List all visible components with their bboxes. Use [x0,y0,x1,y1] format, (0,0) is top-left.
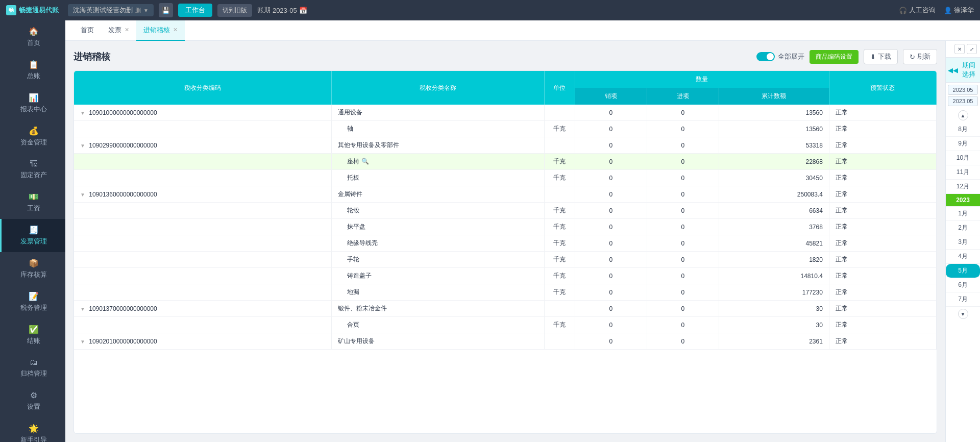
refresh-button[interactable]: ↻ 刷新 [903,49,937,64]
th-unit: 单位 [544,71,575,105]
row-alert-9: 正常 [829,252,936,268]
company-name: 沈海英测试经营勿删 [73,6,133,15]
company-delete-icon[interactable]: 删 [135,7,141,14]
sidebar-item-guide[interactable]: 🌟 新手引导 [0,418,65,442]
close-panel-button[interactable]: ✕ [954,44,965,54]
row-purchase-0: 0 [647,105,719,121]
period-nav-up: ▲ [946,108,980,122]
row-total-10: 14810.4 [719,268,829,284]
tab-invoices[interactable]: 发票 ✕ [101,20,136,41]
period-month-9[interactable]: 9月 [946,137,980,151]
inventory-icon: 📦 [29,258,39,268]
row-code-1 [74,121,331,137]
period-top-row-1[interactable]: 2023.05 [948,85,978,95]
sidebar-item-inventory[interactable]: 📦 库存核算 [0,252,65,285]
row-code-9 [74,252,331,268]
period-up-button[interactable]: ▲ [958,110,968,120]
save-icon: 💾 [162,7,170,14]
sidebar-item-settlement-label: 结账 [27,336,40,346]
company-dropdown-icon[interactable]: ▼ [143,8,149,13]
user-profile[interactable]: 👤 徐泽华 [944,6,974,15]
sidebar-item-settings-label: 设置 [27,402,40,411]
row-sales-12: 0 [575,301,647,317]
row-total-4: 30450 [719,170,829,186]
collapse-icon-5[interactable]: ▼ [80,192,85,198]
header-actions: 全部展开 商品编码设置 ⬇ 下载 ↻ 刷新 [756,49,937,64]
row-unit-0 [544,105,575,121]
toggle-track[interactable] [756,52,775,61]
sidebar-item-tax[interactable]: 📝 税务管理 [0,285,65,318]
period-year-section: ▲ 8月 9月 10月 11月 12月 2023 1月 2月 3月 4月 5月 … [946,108,980,442]
company-selector[interactable]: 沈海英测试经营勿删 删 ▼ [68,4,154,16]
row-code-6 [74,203,331,219]
tab-invoices-close[interactable]: ✕ [125,27,129,33]
collapse-icon-0[interactable]: ▼ [80,110,85,116]
sidebar-item-home[interactable]: 🏠 首页 [0,20,65,54]
product-code-settings-button[interactable]: 商品编码设置 [810,50,859,64]
period-month-10[interactable]: 10月 [946,151,980,165]
row-purchase-4: 0 [647,170,719,186]
row-total-7: 3768 [719,219,829,235]
collapse-icon-12[interactable]: ▼ [80,306,85,312]
sidebar: 🏠 首页 📋 总账 📊 报表中心 💰 资金管理 🏗 固定资产 💵 工资 🧾 发票… [0,20,65,442]
expand-panel-button[interactable]: ⤢ [967,44,977,54]
period-month-6[interactable]: 6月 [946,278,980,292]
period-month-1[interactable]: 1月 [946,207,980,221]
sidebar-item-invoices[interactable]: 🧾 发票管理 [0,219,65,252]
row-total-12: 30 [719,301,829,317]
sidebar-item-payroll-label: 工资 [27,204,40,213]
period-month-5[interactable]: 5月 [946,264,980,278]
period-month-8[interactable]: 8月 [946,122,980,137]
period-top-row-2[interactable]: 2023.05 [948,96,978,106]
row-sales-7: 0 [575,219,647,235]
period-label: 账期 [257,6,271,15]
sidebar-item-settlement[interactable]: ✅ 结账 [0,318,65,352]
collapse-icon-2[interactable]: ▼ [80,143,85,149]
row-sales-13: 0 [575,317,647,333]
period-value: 2023-05 [273,7,297,14]
tab-home-label: 首页 [81,26,94,35]
save-button[interactable]: 💾 [159,3,173,17]
sidebar-item-funds[interactable]: 💰 资金管理 [0,120,65,153]
row-total-0: 13560 [719,105,829,121]
period-month-7[interactable]: 7月 [946,292,980,307]
sidebar-item-payroll[interactable]: 💵 工资 [0,186,65,219]
expand-toggle[interactable]: 全部展开 [756,52,804,61]
reconcile-table: 税收分类编码 税收分类名称 单位 数量 预警状态 销项 进项 累计数额 [74,71,937,350]
sidebar-item-archive[interactable]: 🗂 归档管理 [0,352,65,384]
row-unit-6: 千克 [544,203,575,219]
refresh-icon: ↻ [910,53,915,61]
collapse-icon-14[interactable]: ▼ [80,339,85,345]
search-icon-3[interactable]: 🔍 [361,158,369,165]
switch-version-button[interactable]: 切到旧版 [217,4,252,17]
support-button[interactable]: 🎧 人工咨询 [899,6,936,15]
guide-icon: 🌟 [29,424,39,433]
row-purchase-12: 0 [647,301,719,317]
period-header[interactable]: ◀◀ 期间选择 [946,58,980,83]
period-month-3[interactable]: 3月 [946,235,980,250]
tab-reconcile[interactable]: 进销稽核 ✕ [136,20,185,41]
tab-reconcile-close[interactable]: ✕ [173,27,178,33]
sidebar-item-invoices-label: 发票管理 [20,237,47,246]
workbench-button[interactable]: 工作台 [178,4,212,17]
row-alert-11: 正常 [829,284,936,301]
sidebar-item-assets[interactable]: 🏗 固定资产 [0,153,65,186]
sidebar-item-guide-label: 新手引导 [20,435,47,442]
period-month-12[interactable]: 12月 [946,180,980,194]
period-selector-icon: ◀◀ [948,66,958,74]
sidebar-item-ledger[interactable]: 📋 总账 [0,54,65,87]
period-month-2[interactable]: 2月 [946,221,980,235]
row-total-9: 1820 [719,252,829,268]
sidebar-item-reports[interactable]: 📊 报表中心 [0,87,65,120]
download-button[interactable]: ⬇ 下载 [864,49,898,64]
calendar-icon[interactable]: 📅 [299,7,307,14]
period-down-button[interactable]: ▼ [958,309,968,319]
row-unit-5 [544,186,575,203]
page-content: 进销稽核 全部展开 商品编码设置 ⬇ 下载 [65,41,980,442]
period-month-11[interactable]: 11月 [946,165,980,180]
row-total-1: 13560 [719,121,829,137]
period-month-4[interactable]: 4月 [946,250,980,264]
row-purchase-8: 0 [647,235,719,252]
tab-home[interactable]: 首页 [74,20,101,41]
sidebar-item-settings[interactable]: ⚙ 设置 [0,384,65,418]
